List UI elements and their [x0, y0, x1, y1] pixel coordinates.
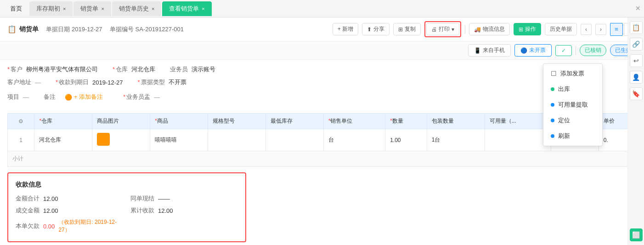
col-image: 商品图片 [92, 114, 150, 129]
add-invoice-label: 添加发票 [560, 69, 584, 78]
note-field: 备注 🟠 + 添加备注 [44, 91, 108, 103]
share-icon: ⬆ [367, 26, 372, 33]
copy-button[interactable]: ⊞ 复制 [393, 23, 421, 35]
main-container: 📋 销货单 单据日期 2019-12-27 单据编号 SA-20191227-0… [0, 17, 644, 245]
add-note-icon: 🟠 [65, 94, 72, 101]
available-extract-label: 可用量提取 [558, 101, 588, 109]
tab-sales-history[interactable]: 销货单历史 × [112, 1, 161, 16]
row-qty: 1.00 [385, 129, 427, 151]
deal-amount-label: 成交金额 [16, 206, 40, 215]
side-bookmark-btn[interactable]: 🔖 [630, 87, 643, 100]
logistics-icon: 🚚 [474, 26, 481, 33]
doc-date-value: 2019-12-27 [72, 26, 102, 33]
add-note-label: + 添加备注 [74, 93, 103, 101]
col-min-stock: 最低库存 [266, 114, 323, 129]
summary-grid: 金额合计 12.00 同单现结 —— 成交金额 12.00 累计收款 12.00… [16, 194, 238, 234]
deal-amount-value: 12.00 [43, 207, 58, 214]
side-link-btn[interactable]: 🔗 [630, 38, 643, 51]
col-pack-qty: 包装数量 [427, 114, 485, 129]
ticket-type-value: 不开票 [169, 78, 186, 86]
checkbox-icon: ☐ [551, 70, 557, 77]
address-label: 客户地址 [7, 78, 31, 86]
due-date-value: 2019-12-27 [92, 79, 123, 86]
row-available [485, 129, 551, 151]
print-dropdown-icon: ▾ [452, 26, 454, 33]
dropdown-locate[interactable]: 定位 [543, 113, 602, 128]
dropdown-refresh[interactable]: 刷新 [543, 128, 602, 144]
salesperson-value: 演示账号 [192, 65, 215, 74]
prev-icon: ‹ [585, 26, 587, 33]
prev-record-button[interactable]: ‹ [581, 24, 592, 35]
not-opened-button[interactable]: 🔵 未开票 [514, 44, 552, 57]
next-record-button[interactable]: › [595, 24, 606, 35]
warehouse-field: 仓库 河北仓库 [113, 65, 155, 74]
side-expand-btn[interactable]: ⬜ [630, 228, 643, 241]
form-row-1: 客户 柳州粤港平安气体有限公司 仓库 河北仓库 业务员 演示账号 [7, 65, 637, 74]
summary-total-amount: 金额合计 12.00 [16, 194, 123, 203]
side-clipboard-btn[interactable]: 📋 [630, 21, 643, 34]
staff-field: 业务员盂 — [123, 93, 160, 101]
row-seq: 1 [8, 129, 34, 151]
row-warehouse: 河北仓库 [34, 129, 92, 151]
toolbar: + 新增 ⬆ 分享 ⊞ 复制 🖨 打印 ▾ 🚚 物流信息 [333, 21, 637, 37]
project-value: — [23, 94, 29, 101]
side-undo-btn[interactable]: ↩ [630, 54, 643, 67]
locate-label: 定位 [558, 116, 570, 125]
add-button[interactable]: + 新增 [333, 23, 358, 35]
history-button[interactable]: 历史单据 [545, 23, 577, 35]
print-highlight-box: 🖨 打印 ▾ [424, 21, 461, 37]
tab-home[interactable]: 首页 [4, 2, 28, 16]
dropdown-available-extract[interactable]: 可用量提取 [543, 97, 602, 113]
col-unit: *销售单位 [323, 114, 385, 129]
dropdown-outbound[interactable]: 出库 [543, 81, 602, 97]
note-label: 备注 [44, 93, 56, 101]
tab-sales-order[interactable]: 销货单 × [73, 1, 111, 16]
address-field: 客户地址 — [7, 78, 41, 86]
sub-toolbar: 📱 来自手机 🔵 未开票 ✓ 已核销 已生效 [0, 41, 644, 60]
tab-check-sales[interactable]: 查看销货单 × [162, 1, 211, 16]
summary-box: 收款信息 金额合计 12.00 同单现结 —— 成交金额 12.00 累计收款 … [7, 172, 246, 242]
row-spec [208, 129, 266, 151]
dropdown-add-invoice[interactable]: ☐ 添加发票 [543, 66, 602, 81]
same-settle-value: —— [158, 195, 170, 202]
tab-sales-label: 销货单 [80, 5, 98, 13]
share-button[interactable]: ⬆ 分享 [362, 23, 390, 35]
table-row: 1 河北仓库 嘻嘻嘻嘻 台 1.00 1台 12.00 0. [8, 129, 637, 151]
sub-divider [576, 46, 576, 55]
print-button[interactable]: 🖨 打印 ▾ [426, 23, 459, 35]
side-user-btn[interactable]: 👤 [630, 71, 643, 84]
right-panel: 📋 🔗 ↩ 👤 🔖 ⬜ [627, 17, 644, 245]
ticket-type-label: 票据类型 [138, 78, 165, 86]
row-unit: 台 [323, 129, 385, 151]
operations-button[interactable]: ⊞ 操作 [514, 23, 541, 35]
doc-number-field: 单据编号 SA-20191227-001 [110, 25, 184, 34]
operations-label: 操作 [525, 25, 536, 33]
customer-field: 客户 柳州粤港平安气体有限公司 [7, 65, 98, 74]
tab-sales-close[interactable]: × [101, 6, 104, 11]
tab-check-close[interactable]: × [202, 6, 204, 11]
add-note-button[interactable]: 🟠 + 添加备注 [59, 91, 108, 103]
tab-inventory-init[interactable]: 库存期初 × [29, 1, 73, 16]
salesperson-field: 业务员 演示账号 [170, 65, 215, 74]
doc-date-field: 单据日期 2019-12-27 [46, 25, 102, 34]
next-icon: › [600, 26, 602, 33]
summary-total-received: 累计收款 12.00 [130, 206, 238, 215]
outbound-dot [551, 87, 554, 91]
address-value: — [35, 79, 41, 86]
tab-history-close[interactable]: × [152, 6, 154, 11]
form-row-2: 客户地址 — 收款到期日 2019-12-27 票据类型 不开票 [7, 78, 637, 86]
operations-dropdown: ☐ 添加发票 出库 可用量提取 定位 刷新 [543, 63, 603, 146]
from-phone-button[interactable]: 📱 来自手机 [468, 44, 511, 57]
tab-inventory-close[interactable]: × [63, 6, 66, 11]
row-image [92, 129, 150, 151]
tab-home-label: 首页 [10, 5, 22, 13]
view-list-button[interactable]: ≡ [610, 23, 623, 36]
doc-header: 📋 销货单 单据日期 2019-12-27 单据编号 SA-20191227-0… [0, 17, 644, 41]
logistics-button[interactable]: 🚚 物流信息 [469, 23, 510, 35]
window-close-button[interactable]: × [635, 4, 640, 13]
not-opened-label: 未开票 [529, 46, 546, 54]
row-pack-qty: 1台 [427, 129, 485, 151]
refresh-dot [551, 134, 554, 138]
confirm-button[interactable]: ✓ [555, 45, 572, 56]
doc-title: 📋 销货单 [7, 25, 39, 34]
